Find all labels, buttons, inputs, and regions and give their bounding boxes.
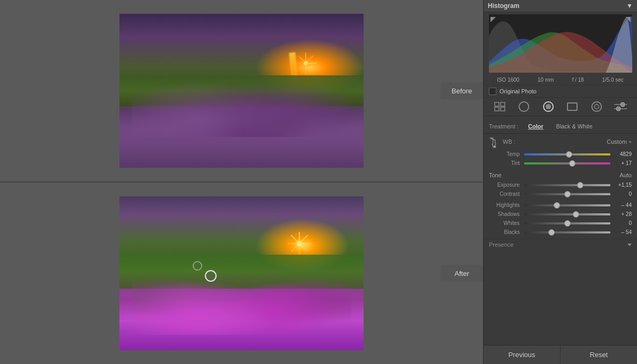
highlights-slider-thumb[interactable] [554,202,560,209]
svg-rect-24 [501,107,505,111]
before-photo [119,14,364,168]
contrast-slider-track[interactable] [524,193,610,195]
flowers-overlay-before [119,91,364,168]
adjustment-slider-icon[interactable] [613,101,628,112]
treatment-label: Treatment : [489,123,519,129]
camera-info: ISO 1600 10 mm f / 18 1/5.0 sec [484,75,637,85]
treatment-bw-button[interactable]: Black & White [551,122,598,131]
aperture-value: f / 18 [572,77,584,83]
adjustment-brush-cursor [205,270,217,282]
crop-tool-icon[interactable] [517,101,531,112]
contrast-label: Contrast [489,191,520,197]
svg-point-27 [546,104,551,109]
svg-line-6 [298,56,306,63]
before-section: Before [0,0,483,181]
treatment-row: Treatment : Color Black & White [484,119,637,134]
contrast-slider-thumb[interactable] [564,191,571,197]
tools-row [484,98,637,116]
exposure-value: +1,15 [615,182,632,188]
wb-label: WB : [503,138,515,145]
svg-point-30 [595,105,599,109]
focal-length-value: 10 mm [538,77,554,83]
iso-value: ISO 1600 [497,77,519,83]
exposure-label: Exposure [489,182,520,188]
histogram-canvas [489,14,632,73]
whites-slider-thumb[interactable] [564,220,571,227]
svg-rect-28 [567,103,577,110]
shadows-value: + 28 [615,211,632,217]
histogram-dropdown-icon[interactable]: ▼ [626,2,633,10]
wb-value[interactable]: Custom ÷ [607,138,632,145]
original-photo-label: Original Photo [500,88,537,94]
wb-row: WB : Custom ÷ [484,134,637,150]
adjustment-brush-target [193,261,202,271]
shadows-label: Shadows [489,211,520,217]
svg-line-16 [299,244,308,252]
tint-slider-track[interactable] [524,162,610,164]
svg-point-29 [592,102,601,111]
presence-section[interactable]: Presence [484,239,637,250]
after-photo-frame [119,196,364,350]
blacks-slider-thumb[interactable] [548,229,555,236]
shutter-value: 1/5.0 sec [602,77,624,83]
whites-label: Whites [489,220,520,226]
tint-label: Tint [489,160,520,166]
tone-auto-button[interactable]: Auto [619,172,632,178]
tone-section-header: Tone Auto [484,170,637,180]
after-photo [119,196,364,350]
svg-line-8 [298,63,306,71]
temp-slider-row: Temp 4829 [484,150,637,159]
original-photo-row: Original Photo [484,85,637,98]
svg-point-0 [304,61,308,65]
histogram-section: ISO 1600 10 mm f / 18 1/5.0 sec Original… [484,12,637,98]
exposure-slider-track[interactable] [524,184,610,186]
shadows-slider-track[interactable] [524,213,610,215]
before-photo-frame [119,14,364,168]
bottom-buttons: Previous Reset [484,345,637,364]
eyedropper-icon[interactable] [486,134,501,149]
reset-button[interactable]: Reset [561,345,637,364]
histogram-header: Histogram ▼ [484,0,637,12]
whites-slider-row: Whites 0 [484,219,637,228]
blacks-label: Blacks [489,229,520,235]
after-label-button[interactable]: After [441,265,483,282]
blacks-slider-track[interactable] [524,231,610,233]
svg-rect-21 [495,102,499,106]
previous-button[interactable]: Previous [484,345,561,364]
temp-slider-track[interactable] [524,153,610,155]
temp-slider-thumb[interactable] [566,151,572,158]
histogram-title: Histogram [488,2,519,10]
svg-line-14 [299,235,308,244]
tint-slider-thumb[interactable] [569,160,575,167]
grid-tool-icon[interactable] [493,101,507,112]
svg-point-25 [519,102,529,111]
histogram-svg [489,14,632,73]
rect-select-tool-icon[interactable] [565,101,580,112]
flowers-overlay-after [119,266,364,351]
sun-effect [295,53,316,74]
svg-point-34 [616,107,621,111]
svg-line-5 [306,56,313,63]
presence-label: Presence [489,241,513,248]
highlights-slider-row: Highlights – 44 [484,201,637,210]
highlights-label: Highlights [489,202,520,208]
after-section: After [0,181,483,364]
highlights-value: – 44 [615,202,632,208]
adjustments-panel: Treatment : Color Black & White WB : Cus… [484,116,637,345]
tone-label: Tone [489,172,502,178]
heal-tool-icon[interactable] [541,101,556,112]
gradient-tool-icon[interactable] [589,101,604,112]
blacks-value: – 54 [615,229,632,235]
exposure-slider-row: Exposure +1,15 [484,180,637,189]
whites-slider-track[interactable] [524,222,610,224]
shadows-slider-thumb[interactable] [573,211,579,218]
exposure-slider-thumb[interactable] [577,182,583,188]
svg-line-17 [291,244,299,252]
blacks-slider-row: Blacks – 54 [484,228,637,237]
highlights-slider-track[interactable] [524,204,610,206]
original-photo-checkbox[interactable] [489,88,496,95]
before-label-button[interactable]: Before [441,83,483,99]
treatment-color-button[interactable]: Color [523,122,549,131]
temp-value: 4829 [615,151,632,157]
svg-line-15 [291,235,299,244]
